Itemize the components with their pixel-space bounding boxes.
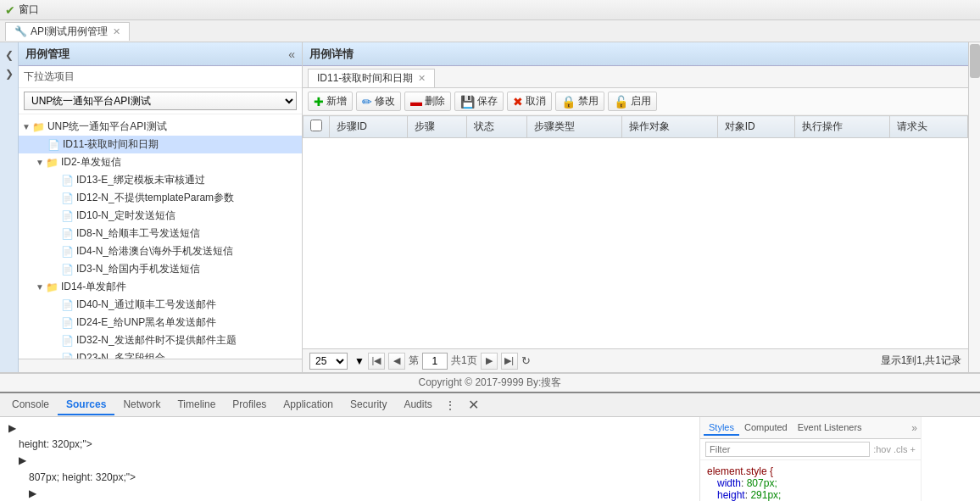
tree-item[interactable]: 📄ID8-N_给顺丰工号发送短信: [19, 225, 302, 242]
add-button[interactable]: ✚ 新增: [308, 92, 353, 111]
left-panel-header: 用例管理 «: [19, 42, 302, 66]
cancel-button[interactable]: ✖ 取消: [507, 92, 552, 111]
copyright-text: Copyright © 2017-9999 By:搜客: [419, 376, 562, 390]
col-stepid: 步骤ID: [330, 116, 408, 138]
expand-icon[interactable]: ▼: [36, 158, 44, 167]
detail-tab-label: ID11-获取时间和日期: [317, 71, 413, 86]
tree-item[interactable]: ▼📁ID14-单发邮件: [19, 278, 302, 296]
wrench-icon: 🔧: [14, 25, 27, 37]
save-button[interactable]: 💾 保存: [454, 92, 504, 111]
dr-tab-computed[interactable]: Computed: [739, 420, 793, 436]
devtools-tab-application[interactable]: Application: [275, 395, 342, 415]
tree-label: ID3-N_给国内手机发送短信: [76, 262, 200, 276]
devtools-tab-sources[interactable]: Sources: [58, 395, 114, 415]
left-panel-collapse-btn[interactable]: «: [288, 47, 295, 61]
detail-tab-close-icon[interactable]: ✕: [418, 73, 426, 84]
enable-icon: 🔓: [614, 95, 628, 109]
file-icon: 📄: [61, 192, 74, 204]
left-scroll-bar[interactable]: [19, 359, 302, 372]
tree-item[interactable]: 📄ID24-E_给UNP黑名单发送邮件: [19, 314, 302, 331]
tree-item[interactable]: 📄ID3-N_给国内手机发送短信: [19, 260, 302, 278]
dropdown-label: 下拉选项目: [24, 70, 75, 84]
top-bar-title: 窗口: [19, 3, 39, 17]
tree-item[interactable]: 📄ID4-N_给港澳台\海外手机发送短信: [19, 242, 302, 260]
code-line[interactable]: 807px; height: 320px;">: [7, 470, 693, 486]
code-line[interactable]: height: 320px;">: [7, 437, 693, 453]
col-status: 状态: [467, 116, 527, 138]
edit-icon: ✏: [362, 95, 372, 109]
devtools-right-tabs: StylesComputedEvent Listeners »: [700, 417, 921, 439]
tree-item[interactable]: 📄ID12-N_不提供templateParam参数: [19, 189, 302, 207]
enable-button[interactable]: 🔓 启用: [608, 92, 657, 111]
first-page-btn[interactable]: |◀: [368, 353, 385, 370]
file-icon: 📄: [61, 299, 74, 311]
project-select[interactable]: UNP统一通知平台API测试: [24, 92, 297, 110]
tree-item[interactable]: 📄ID40-N_通过顺丰工号发送邮件: [19, 296, 302, 314]
file-icon: 📄: [61, 175, 74, 186]
devtools-tab-profiles[interactable]: Profiles: [224, 395, 275, 415]
file-icon: 📄: [47, 139, 60, 151]
right-panel-title: 用例详情: [309, 47, 354, 62]
devtools-more-btn[interactable]: ⋮: [441, 397, 459, 414]
edit-button[interactable]: ✏ 修改: [356, 92, 401, 111]
next-page-btn[interactable]: ▶: [481, 353, 498, 370]
file-icon: 📄: [61, 317, 74, 329]
devtools-close-btn[interactable]: ✕: [461, 397, 486, 413]
devtools-tab-console[interactable]: Console: [3, 395, 58, 415]
tree-item[interactable]: ▼📁UNP统一通知平台API测试: [19, 118, 302, 136]
data-table: 步骤ID 步骤 状态 步骤类型 操作对象 对象ID 执行操作 请求头: [303, 115, 968, 138]
code-line[interactable]: ▶ …: [7, 486, 693, 501]
devtools-tab-timeline[interactable]: Timeline: [169, 395, 224, 415]
tree-label: ID8-N_给顺丰工号发送短信: [76, 226, 200, 241]
tree-container: ▼📁UNP统一通知平台API测试📄ID11-获取时间和日期▼📁ID2-单发短信📄…: [19, 114, 302, 359]
tree-item[interactable]: ▼📁ID2-单发短信: [19, 153, 302, 171]
page-input[interactable]: [422, 353, 448, 370]
dr-more-icon[interactable]: »: [911, 422, 917, 434]
devtools-code-panel[interactable]: ▶ height: 320px;">▶ 807px; height: 320px…: [0, 417, 700, 501]
disable-button[interactable]: 🔒 禁用: [555, 92, 604, 111]
tree-item[interactable]: 📄ID11-获取时间和日期: [19, 136, 302, 153]
filter-input[interactable]: [705, 442, 870, 457]
tree-label: ID24-E_给UNP黑名单发送邮件: [76, 315, 216, 330]
tree-item[interactable]: 📄ID32-N_发送邮件时不提供邮件主题: [19, 331, 302, 349]
tab-close-icon[interactable]: ✕: [113, 26, 120, 37]
dr-tab-styles[interactable]: Styles: [704, 420, 739, 436]
tree-label: ID13-E_绑定模板未审核通过: [76, 173, 205, 187]
code-line[interactable]: ▶: [7, 453, 693, 469]
devtools-tab-network[interactable]: Network: [114, 395, 169, 415]
right-scrollbar[interactable]: [968, 42, 980, 372]
prev-page-btn[interactable]: ◀: [388, 353, 405, 370]
collapse-left-icon[interactable]: ❮: [5, 49, 14, 61]
refresh-btn[interactable]: ↻: [521, 354, 531, 367]
main-container: ❮ ❯ 用例管理 « 下拉选项目 UNP统一通知平台API测试 ▼📁UNP统一通…: [0, 42, 980, 373]
main-tab-api[interactable]: 🔧 API测试用例管理 ✕: [5, 22, 130, 41]
tree-label: ID11-获取时间和日期: [63, 137, 159, 152]
page-size-select[interactable]: 25 10 50 100: [309, 353, 348, 370]
expand-left-icon[interactable]: ❯: [5, 68, 14, 80]
devtools-tab-security[interactable]: Security: [342, 395, 395, 415]
last-page-btn[interactable]: ▶|: [501, 353, 518, 370]
expand-icon[interactable]: ▼: [36, 282, 44, 292]
tree-label: ID40-N_通过顺丰工号发送邮件: [76, 298, 216, 312]
file-icon: 📄: [61, 353, 74, 359]
file-icon: 📄: [61, 228, 74, 240]
expand-icon[interactable]: ▼: [22, 122, 31, 131]
tree-item[interactable]: 📄ID13-E_绑定模板未审核通过: [19, 171, 302, 189]
main-tab-label: API测试用例管理: [31, 25, 108, 39]
select-all-checkbox[interactable]: [310, 120, 322, 131]
code-line[interactable]: ▶: [7, 420, 693, 437]
filter-hint: :hov .cls +: [873, 444, 916, 454]
tree-item[interactable]: 📄ID10-N_定时发送短信: [19, 207, 302, 225]
dr-tab-eventlisteners[interactable]: Event Listeners: [793, 420, 867, 436]
tree-label: ID10-N_定时发送短信: [76, 209, 175, 223]
folder-icon: 📁: [46, 281, 58, 293]
devtools-tab-audits[interactable]: Audits: [395, 395, 440, 415]
tree-item[interactable]: 📄ID23-N_多字段组合: [19, 349, 302, 359]
scroll-thumb: [970, 44, 980, 78]
delete-button[interactable]: ▬ 删除: [404, 92, 451, 111]
left-panel-title: 用例管理: [25, 47, 70, 62]
styles-content: element.style {width: 807px;height: 291p…: [700, 460, 921, 501]
project-select-row: UNP统一通知平台API测试: [19, 88, 302, 114]
detail-tab[interactable]: ID11-获取时间和日期 ✕: [308, 69, 435, 87]
tree-label: ID12-N_不提供templateParam参数: [76, 191, 234, 205]
